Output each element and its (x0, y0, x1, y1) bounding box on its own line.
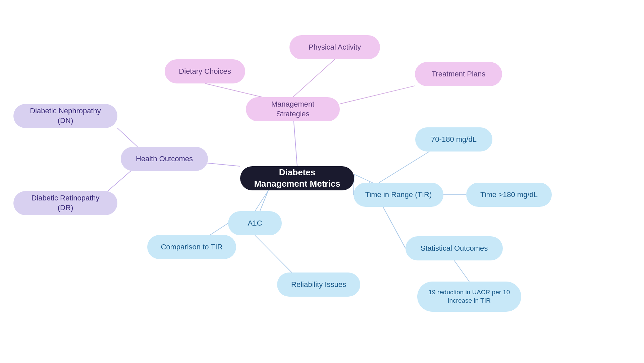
dietary-choices-node[interactable]: Dietary Choices (165, 59, 245, 83)
svg-line-13 (379, 152, 429, 183)
reliability-issues-node[interactable]: Reliability Issues (277, 273, 360, 297)
time-over-180-node[interactable]: Time >180 mg/dL (466, 183, 552, 207)
a1c-node[interactable]: A1C (228, 211, 282, 235)
health-outcomes-node[interactable]: Health Outcomes (121, 147, 208, 171)
svg-line-15 (454, 260, 469, 282)
svg-line-5 (293, 59, 335, 97)
center-node[interactable]: Diabetes Management Metrics (240, 166, 354, 190)
svg-line-7 (340, 86, 415, 104)
comparison-to-tir-node[interactable]: Comparison to TIR (147, 235, 236, 259)
svg-line-8 (117, 128, 138, 147)
diabetic-nephropathy-node[interactable]: Diabetic Nephropathy (DN) (13, 104, 117, 128)
range-70-180-node[interactable]: 70-180 mg/dL (415, 127, 492, 152)
diabetic-retinopathy-node[interactable]: Diabetic Retinopathy (DR) (13, 191, 117, 215)
management-strategies-node[interactable]: Management Strategies (246, 97, 340, 121)
svg-line-10 (255, 190, 268, 211)
svg-line-12 (255, 235, 292, 273)
physical-activity-node[interactable]: Physical Activity (289, 35, 380, 59)
reduction-uacr-node[interactable]: 19 reduction in UACR per 10 increase in … (417, 282, 521, 312)
treatment-plans-node[interactable]: Treatment Plans (415, 62, 502, 86)
statistical-outcomes-node[interactable]: Statistical Outcomes (406, 236, 503, 260)
svg-line-6 (205, 83, 263, 97)
time-in-range-node[interactable]: Time in Range (TIR) (354, 183, 443, 207)
